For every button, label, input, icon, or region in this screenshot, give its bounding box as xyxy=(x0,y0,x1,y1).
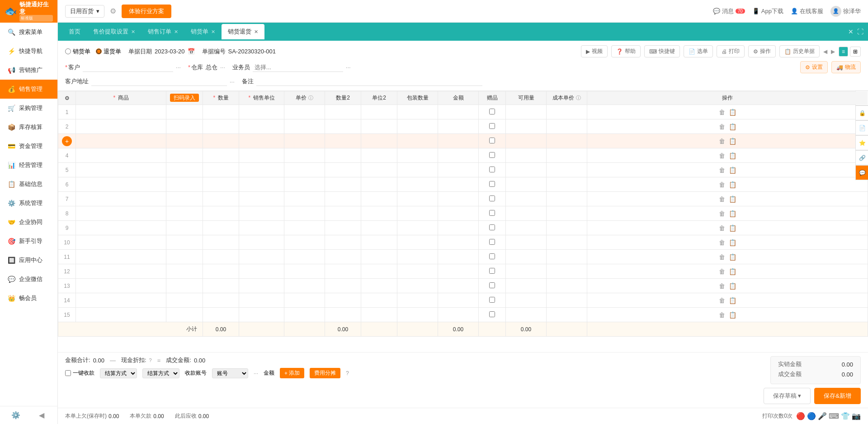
copy-icon[interactable]: 📋 xyxy=(729,152,736,159)
ime-icon-1[interactable]: 🔴 xyxy=(796,412,805,420)
copy-icon[interactable]: 📋 xyxy=(729,239,736,246)
shortcut-key-btn[interactable]: ⌨ 快捷键 xyxy=(644,45,680,57)
radio-return[interactable]: 退货单 xyxy=(96,48,121,56)
save-new-btn[interactable]: 保存&新增 xyxy=(814,388,861,404)
col-scan[interactable]: 扫码录入 xyxy=(166,91,203,105)
cost-price-cell[interactable] xyxy=(547,119,587,134)
sidebar-item-member[interactable]: 👑 畅会员 xyxy=(0,289,57,308)
salesperson-dots[interactable]: ··· xyxy=(346,64,351,71)
pkg-qty-cell[interactable] xyxy=(397,134,438,148)
copy-icon[interactable]: 📋 xyxy=(729,195,736,203)
sales-unit-cell[interactable] xyxy=(239,105,284,119)
sidebar-item-shortcut[interactable]: ⚡ 快捷导航 xyxy=(0,42,57,61)
app-download-btn[interactable]: 📱 App下载 xyxy=(752,7,783,15)
sidebar-item-inventory[interactable]: 📦 库存核算 xyxy=(0,118,57,137)
online-service-btn[interactable]: 👤 在线客服 xyxy=(791,7,823,15)
fees-help-icon[interactable]: ? xyxy=(346,370,349,376)
ime-icon-4[interactable]: ⌨ xyxy=(829,412,839,420)
delete-icon[interactable]: 🗑 xyxy=(719,297,725,304)
copy-icon[interactable]: 📋 xyxy=(729,297,736,304)
right-btn-5[interactable]: 🔗 xyxy=(855,150,868,165)
sidebar-item-enterprise[interactable]: 🤝 企业协同 xyxy=(0,213,57,232)
tab-sales-return-close[interactable]: ✕ xyxy=(254,29,258,35)
tab-sales-delivery[interactable]: 销货单 ✕ xyxy=(184,24,222,39)
warehouse-dots[interactable]: ··· xyxy=(220,64,225,71)
delete-icon[interactable]: 🗑 xyxy=(719,253,725,261)
sidebar-item-basic[interactable]: 📋 基础信息 xyxy=(0,175,57,194)
delete-icon[interactable]: 🗑 xyxy=(719,224,725,232)
quantity-cell[interactable] xyxy=(203,105,239,119)
right-btn-3[interactable]: 📄 xyxy=(855,120,868,135)
copy-icon[interactable]: 📋 xyxy=(729,138,736,145)
ime-icon-2[interactable]: 🔵 xyxy=(807,412,816,420)
unit2-cell[interactable] xyxy=(361,105,397,119)
one-click-checkbox[interactable]: 一键收款 xyxy=(65,369,94,377)
fees-btn[interactable]: 费用分摊 xyxy=(310,368,340,378)
product-cell[interactable] xyxy=(76,105,166,119)
gift-cell[interactable] xyxy=(479,105,506,119)
delete-icon[interactable]: 🗑 xyxy=(719,181,725,188)
copy-icon[interactable]: 📋 xyxy=(729,123,736,130)
delete-icon[interactable]: 🗑 xyxy=(719,138,725,145)
tab-sales-order[interactable]: 销售订单 ✕ xyxy=(142,24,184,39)
product-cell[interactable] xyxy=(76,119,166,134)
unit-price-info-icon[interactable]: ⓘ xyxy=(308,95,313,100)
delete-icon[interactable]: 🗑 xyxy=(719,268,725,275)
copy-icon[interactable]: 📋 xyxy=(729,282,736,290)
view-list-btn[interactable]: ≡ xyxy=(839,47,848,57)
amount-cell[interactable] xyxy=(438,134,479,148)
unit-price-cell[interactable] xyxy=(284,105,325,119)
sidebar-item-wechat[interactable]: 💬 企业微信 xyxy=(0,270,57,289)
print-btn[interactable]: 🖨 打印 xyxy=(717,45,745,57)
customer-input[interactable] xyxy=(83,63,173,72)
copy-icon[interactable]: 📋 xyxy=(729,253,736,261)
collapse-btn[interactable]: ◀ xyxy=(31,411,53,419)
available-cell[interactable] xyxy=(506,119,547,134)
cost-price-cell[interactable] xyxy=(547,134,587,148)
calc-method-select[interactable]: 结算方式 xyxy=(142,368,179,378)
unit2-cell[interactable] xyxy=(361,134,397,148)
remark-input[interactable] xyxy=(256,77,482,86)
sales-unit-cell[interactable] xyxy=(239,119,284,134)
add-row-btn[interactable]: + xyxy=(62,136,72,146)
pkg-qty-cell[interactable] xyxy=(397,119,438,134)
radio-sales[interactable]: 销货单 xyxy=(65,48,90,56)
radio-sales-input[interactable] xyxy=(65,48,71,54)
salesperson-input[interactable] xyxy=(253,63,343,72)
gift-cell[interactable] xyxy=(479,119,506,134)
delete-icon[interactable]: 🗑 xyxy=(719,123,725,130)
copy-icon[interactable]: 📋 xyxy=(729,224,736,232)
view-grid-btn[interactable]: ⊞ xyxy=(850,47,861,57)
logistics-btn[interactable]: 🚚 物流 xyxy=(831,61,861,73)
product-input[interactable] xyxy=(76,136,166,146)
qty2-cell[interactable] xyxy=(325,119,361,134)
discount-info-icon[interactable]: ? xyxy=(149,357,152,363)
operate-btn[interactable]: ⚙ 操作 xyxy=(748,45,776,57)
one-click-input[interactable] xyxy=(65,370,71,376)
right-btn-6[interactable]: 💬 xyxy=(855,165,868,180)
delete-icon[interactable]: 🗑 xyxy=(719,152,725,159)
experience-btn[interactable]: 体验行业方案 xyxy=(122,5,171,18)
delete-icon[interactable]: 🗑 xyxy=(719,311,725,319)
pkg-qty-cell[interactable] xyxy=(397,105,438,119)
settings-bottom-btn[interactable]: ⚙️ xyxy=(5,411,27,419)
help-btn[interactable]: ❓ 帮助 xyxy=(611,45,641,57)
video-btn[interactable]: ▶ 视频 xyxy=(581,45,608,57)
product-cell-active[interactable] xyxy=(76,134,166,148)
sidebar-item-search[interactable]: 🔍 搜索菜单 xyxy=(0,23,57,42)
dots-select[interactable]: ··· xyxy=(254,370,258,376)
add-payment-btn[interactable]: + 添加 xyxy=(280,368,304,378)
copy-icon[interactable]: 📋 xyxy=(729,210,736,217)
tab-sales-delivery-close[interactable]: ✕ xyxy=(211,29,215,35)
copy-icon[interactable]: 📋 xyxy=(729,109,736,116)
addr-dots[interactable]: ··· xyxy=(230,78,235,85)
col-gear[interactable]: ⚙ xyxy=(58,91,76,105)
delete-icon[interactable]: 🗑 xyxy=(719,282,725,290)
unit-price-cell[interactable] xyxy=(284,134,325,148)
tab-price-setting[interactable]: 售价提取设置 ✕ xyxy=(87,24,142,39)
tab-sales-order-close[interactable]: ✕ xyxy=(174,29,178,35)
customer-addr-input[interactable] xyxy=(91,77,227,86)
industry-select[interactable]: 日用百货 ▾ xyxy=(65,5,104,18)
customer-dots[interactable]: ··· xyxy=(176,64,181,71)
quantity-cell[interactable] xyxy=(203,119,239,134)
